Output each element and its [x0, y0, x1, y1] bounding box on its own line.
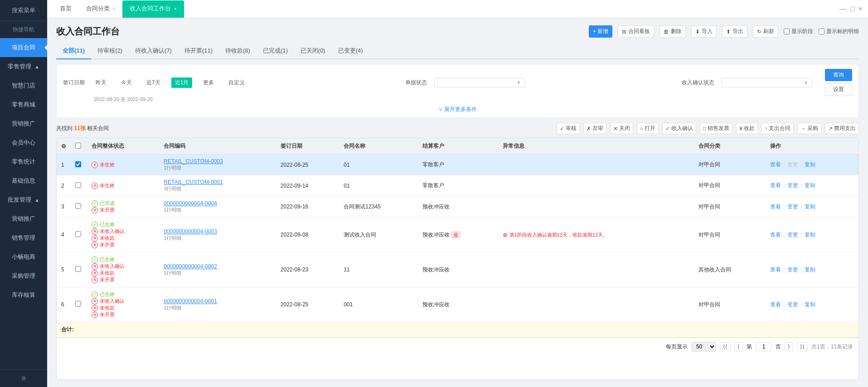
- delete-button[interactable]: 🗑 删除: [659, 25, 686, 38]
- op-复制-btn[interactable]: 复制: [805, 301, 815, 308]
- sidebar-item-inventory[interactable]: 库存核算: [0, 285, 47, 305]
- row-checkbox[interactable]: [75, 203, 81, 209]
- export-button[interactable]: ⬆ 导出: [722, 25, 747, 38]
- close-window-icon[interactable]: ×: [858, 5, 863, 13]
- sales-invoice-btn[interactable]: □销售发票: [700, 123, 732, 134]
- op-变更-btn[interactable]: 变更: [787, 203, 798, 210]
- op-查看-btn[interactable]: 查看: [770, 266, 781, 273]
- row-checkbox[interactable]: [75, 266, 81, 272]
- filter-last7[interactable]: 近7天: [143, 77, 164, 88]
- contract-code-link[interactable]: 0000000000004-0001: [164, 298, 217, 305]
- op-复制-btn[interactable]: 复制: [805, 232, 815, 238]
- first-page-btn[interactable]: ⟨⟨: [720, 342, 731, 351]
- current-page-input[interactable]: [756, 342, 772, 351]
- income-confirm-btn[interactable]: ✓收入确认: [662, 123, 696, 134]
- sidebar-item-marketing[interactable]: 营销推广: [0, 114, 47, 133]
- op-查看-btn[interactable]: 查看: [770, 232, 781, 238]
- op-查看-btn[interactable]: 查看: [770, 161, 781, 168]
- row-checkbox[interactable]: [75, 231, 81, 237]
- filter-yesterday[interactable]: 昨天: [92, 77, 110, 88]
- col-settings[interactable]: ⚙: [57, 138, 71, 155]
- op-复制-btn[interactable]: 复制: [805, 266, 815, 273]
- sub-tab-changed[interactable]: 已变更(4): [332, 43, 369, 59]
- row-code: RETAIL_CUSTOM-00031行明细: [159, 155, 276, 175]
- sidebar-item-sales-mgmt[interactable]: 销售管理: [0, 228, 47, 247]
- import-button[interactable]: ⬇ 导入: [691, 25, 717, 38]
- op-查看-btn[interactable]: 查看: [770, 203, 781, 210]
- collection-btn[interactable]: ¥收款: [736, 123, 758, 134]
- op-变更-btn[interactable]: 变更: [787, 266, 798, 273]
- prev-page-btn[interactable]: ⟨: [734, 342, 743, 351]
- op-查看-btn[interactable]: 查看: [770, 182, 781, 189]
- row-checkbox[interactable]: [75, 161, 81, 167]
- page-size-select[interactable]: 50 20 100: [691, 342, 716, 352]
- tab-home[interactable]: 首页: [53, 0, 79, 18]
- sidebar-item-purchase-mgmt[interactable]: 采购管理: [0, 266, 47, 285]
- open-btn[interactable]: ○打开: [637, 123, 659, 134]
- contract-code-link[interactable]: RETAIL_CUSTOM-0003: [164, 158, 223, 164]
- tab-contract-category[interactable]: 合同分类 ×: [79, 0, 122, 18]
- sidebar-item-basic-info[interactable]: 基础信息: [0, 171, 47, 190]
- close-icon[interactable]: ×: [174, 6, 176, 11]
- sidebar-item-retail-mall[interactable]: 零售商城: [0, 95, 47, 114]
- op-变更-btn[interactable]: 变更: [787, 182, 798, 189]
- purchase-btn[interactable]: →采购: [797, 123, 821, 134]
- op-复制-btn[interactable]: 复制: [805, 161, 815, 168]
- sidebar-item-retail-stats[interactable]: 零售统计: [0, 152, 47, 171]
- contract-code-link[interactable]: 0000000000004-0003: [164, 228, 217, 235]
- sub-tab-all[interactable]: 全部(11): [56, 43, 91, 59]
- filter-income-status-select[interactable]: ▼: [722, 78, 812, 87]
- review-btn[interactable]: ✓审核: [557, 123, 580, 134]
- sidebar-item-wholesale-mgmt[interactable]: 批发管理 ▲: [0, 190, 47, 209]
- contract-code-link[interactable]: RETAIL_CUSTOM-0001: [164, 179, 223, 185]
- sub-tab-pending-review[interactable]: 待审核(2): [91, 43, 129, 59]
- sub-tab-pending-confirm[interactable]: 待收入确认(7): [129, 43, 178, 59]
- sidebar-search[interactable]: 搜索菜单: [0, 0, 47, 21]
- sidebar-item-ecommerce[interactable]: 小畅电商: [0, 247, 47, 266]
- sub-tab-closed[interactable]: 已关闭(0): [294, 43, 332, 59]
- abandon-btn[interactable]: ✗弃审: [583, 123, 606, 134]
- show-details-checkbox[interactable]: 显示标的明细: [819, 28, 859, 35]
- row-checkbox[interactable]: [75, 182, 81, 188]
- out-contract-btn[interactable]: ↑支出合同: [761, 123, 794, 134]
- sidebar-item-member-center[interactable]: 会员中心: [0, 133, 47, 152]
- filter-doc-status-select[interactable]: ▼: [434, 78, 525, 87]
- sub-tab-pending-invoice[interactable]: 待开票(11): [178, 43, 219, 59]
- expand-more-btn[interactable]: ∨ 展开更多条件: [438, 106, 477, 113]
- op-变更-btn[interactable]: 变更: [787, 301, 798, 308]
- tab-income-workbench[interactable]: 收入合同工作台 ×: [122, 0, 184, 18]
- op-查看-btn[interactable]: 查看: [770, 301, 781, 308]
- sidebar-settings[interactable]: ⚙: [0, 369, 47, 387]
- contract-code-link[interactable]: 0000000000004-0004: [164, 200, 217, 207]
- refresh-button[interactable]: ↻ 刷新: [753, 25, 778, 38]
- sidebar-item-smart-store[interactable]: 智慧门店: [0, 76, 47, 95]
- expense-out-btn[interactable]: ↗费用支出: [825, 123, 859, 134]
- minimize-icon[interactable]: —: [839, 5, 847, 13]
- next-page-btn[interactable]: ⟩: [785, 342, 793, 351]
- sidebar-item-project[interactable]: 项目合同: [0, 38, 47, 57]
- op-复制-btn[interactable]: 复制: [805, 203, 815, 210]
- op-变更-btn[interactable]: 变更: [787, 161, 798, 168]
- filter-more[interactable]: 更多: [199, 77, 218, 88]
- filter-last1month[interactable]: 近1月: [171, 77, 193, 88]
- filter-custom[interactable]: 自定义: [225, 77, 248, 88]
- sidebar-item-retail-mgmt[interactable]: 零售管理 ▲: [0, 57, 47, 76]
- setting-button[interactable]: 设置: [825, 83, 852, 96]
- close-btn[interactable]: ✕关闭: [610, 123, 633, 134]
- sub-tab-completed[interactable]: 已完成(1): [257, 43, 294, 59]
- op-复制-btn[interactable]: 复制: [805, 182, 815, 189]
- sidebar-item-marketing2[interactable]: 营销推广: [0, 209, 47, 228]
- op-变更-btn[interactable]: 变更: [787, 232, 798, 238]
- sub-tab-pending-payment[interactable]: 待收款(8): [219, 43, 257, 59]
- last-page-btn[interactable]: ⟩⟩: [797, 342, 808, 351]
- maximize-icon[interactable]: □: [850, 5, 855, 13]
- query-button[interactable]: 查询: [825, 69, 852, 81]
- close-icon[interactable]: ×: [112, 6, 115, 11]
- filter-today[interactable]: 今天: [117, 77, 136, 88]
- show-stages-checkbox[interactable]: 显示阶段: [784, 28, 813, 35]
- add-button[interactable]: + 新增: [589, 25, 612, 38]
- contract-code-link[interactable]: 0000000000004-0002: [164, 263, 217, 270]
- col-checkbox[interactable]: [71, 138, 87, 155]
- row-checkbox[interactable]: [75, 301, 81, 307]
- kanban-button[interactable]: ⊞ 合同看板: [618, 25, 654, 38]
